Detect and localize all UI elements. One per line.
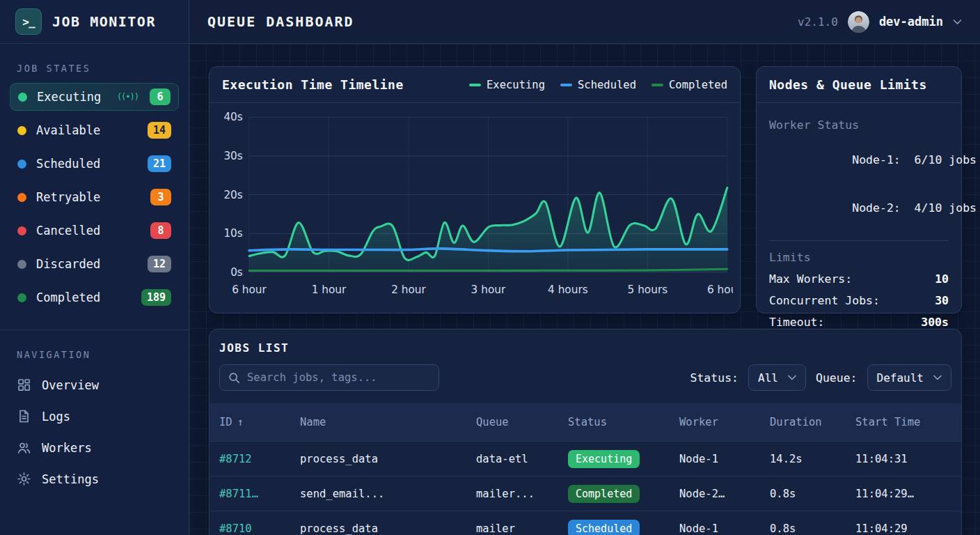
job-id-link[interactable]: #8710 (219, 522, 300, 535)
chevron-down-icon (933, 375, 942, 380)
status-badge: Scheduled (568, 520, 640, 535)
table-row[interactable]: #8711… send_email... mailer... Completed… (210, 476, 961, 511)
sidebar-item-completed[interactable]: Completed 189 (10, 284, 179, 311)
column-header-id[interactable]: ID↑ (219, 416, 300, 428)
sidebar-item-workers[interactable]: Workers (0, 432, 189, 463)
job-worker: Node-1 (679, 453, 770, 465)
count-badge: 189 (141, 289, 171, 306)
cancelled-status-dot (17, 226, 26, 235)
svg-text:0s: 0s (230, 266, 243, 279)
chevron-down-icon[interactable] (953, 19, 962, 25)
gear-icon (17, 472, 31, 486)
count-badge: 12 (148, 256, 171, 272)
jobs-list-panel: JOBS LIST Status: All Queue: D (209, 329, 962, 535)
job-queue: mailer (476, 522, 568, 535)
chart-title: Execution Time Timeline (222, 77, 404, 92)
column-header-queue[interactable]: Queue (476, 416, 568, 428)
node-status-row: Node-1: 6/10 jobs 85% cpu (769, 140, 949, 180)
executing-status-dot (18, 93, 27, 102)
sidebar-item-overview[interactable]: Overview (0, 369, 189, 401)
document-icon (17, 409, 31, 424)
nav-label: Logs (42, 410, 70, 424)
sidebar-item-available[interactable]: Available 14 (10, 116, 179, 144)
job-name: send_email... (300, 488, 476, 500)
svg-text:1 hour: 1 hour (312, 284, 347, 296)
job-queue: data-etl (476, 453, 568, 465)
nav-label: Overview (42, 378, 99, 392)
discarded-status-dot (17, 260, 26, 269)
app-logo: >_ JOB MONITOR (0, 0, 189, 44)
sidebar-item-executing[interactable]: Executing ((•)) 6 (10, 83, 179, 111)
chart-legend: Executing Scheduled Completed (469, 79, 727, 91)
table-row[interactable]: #8712 process_data data-etl Executing No… (210, 441, 961, 476)
legend-label: Completed (669, 79, 727, 91)
job-id-link[interactable]: #8711… (219, 488, 300, 500)
svg-text:6 hour: 6 hour (232, 284, 267, 296)
sidebar-item-logs[interactable]: Logs (0, 401, 189, 432)
user-menu[interactable]: dev-admin (879, 15, 943, 29)
count-badge: 3 (150, 189, 171, 206)
limit-value: 30 (935, 294, 949, 307)
limit-row: Concurrent Jobs: 30 (769, 294, 949, 307)
page-title: QUEUE DASHBOARD (207, 13, 354, 30)
count-badge: 6 (150, 88, 171, 105)
legend-label: Executing (487, 79, 545, 91)
job-states-heading: JOB STATES (17, 63, 172, 74)
job-start-time: 11:04:29 (855, 522, 961, 535)
panel-divider (769, 240, 949, 241)
job-worker: Node-1 (679, 522, 770, 535)
queue-filter-select[interactable]: Default (867, 364, 951, 391)
sidebar-item-cancelled[interactable]: Cancelled 8 (10, 217, 179, 245)
svg-text:40s: 40s (223, 111, 242, 123)
svg-text:10s: 10s (223, 227, 242, 240)
svg-text:6 hours: 6 hours (707, 284, 733, 296)
status-filter-label: Status: (690, 371, 739, 385)
sidebar-item-scheduled[interactable]: Scheduled 21 (10, 150, 179, 178)
sidebar: >_ JOB MONITOR JOB STATES Executing ((•)… (0, 0, 189, 535)
available-status-dot (17, 126, 26, 135)
column-header-start-time[interactable]: Start Time (855, 416, 961, 428)
node-status-row: Node-2: 4/10 jobs 72% cpu (769, 188, 949, 228)
column-header-name[interactable]: Name (300, 416, 476, 428)
sidebar-item-settings[interactable]: Settings (0, 463, 189, 495)
node-cpu: 85% cpu (977, 153, 980, 166)
timeline-panel: Execution Time Timeline Executing Schedu… (209, 66, 741, 313)
limit-value: 300s (921, 316, 949, 329)
job-id-link[interactable]: #8712 (219, 453, 300, 465)
search-input[interactable] (247, 371, 430, 384)
status-badge: Completed (568, 485, 640, 503)
sidebar-item-retryable[interactable]: Retryable 3 (10, 183, 179, 211)
column-header-status[interactable]: Status (568, 416, 679, 428)
svg-text:2 hour: 2 hour (391, 284, 426, 296)
avatar[interactable] (848, 11, 869, 33)
legend-swatch (560, 84, 572, 86)
avatar-image (848, 11, 869, 33)
legend-scheduled[interactable]: Scheduled (560, 79, 636, 91)
legend-executing[interactable]: Executing (469, 79, 545, 91)
state-label: Scheduled (36, 157, 138, 171)
search-box[interactable] (219, 364, 439, 391)
nodes-panel-title: Nodes & Queue Limits (769, 77, 927, 92)
svg-text:3 hour: 3 hour (471, 284, 506, 296)
svg-text:5 hours: 5 hours (628, 284, 668, 296)
queue-filter-value: Default (877, 371, 924, 385)
node-jobs: Node-2: 4/10 jobs (852, 201, 977, 215)
status-filter-select[interactable]: All (748, 364, 806, 391)
count-badge: 8 (150, 222, 171, 239)
column-header-duration[interactable]: Duration (770, 416, 855, 428)
nodes-limits-panel: Nodes & Queue Limits Worker Status Node-… (756, 66, 962, 313)
legend-completed[interactable]: Completed (651, 79, 727, 91)
svg-text:30s: 30s (223, 150, 242, 162)
limits-heading: Limits (769, 251, 949, 264)
job-worker: Node-2… (679, 488, 770, 500)
job-duration: 0.8s (770, 488, 855, 500)
legend-label: Scheduled (578, 79, 636, 91)
nav-label: Workers (42, 441, 92, 455)
app-title: JOB MONITOR (52, 13, 156, 30)
column-header-worker[interactable]: Worker (679, 416, 770, 428)
worker-status-heading: Worker Status (769, 118, 949, 132)
count-badge: 21 (148, 155, 171, 172)
table-row[interactable]: #8710 process_data mailer Scheduled Node… (210, 511, 961, 535)
state-label: Discarded (36, 257, 138, 271)
sidebar-item-discarded[interactable]: Discarded 12 (10, 250, 179, 278)
